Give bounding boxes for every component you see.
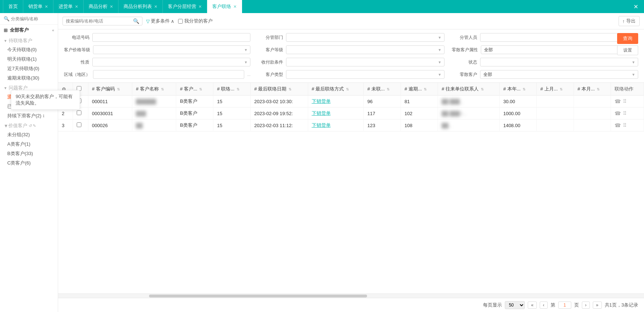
col-last-month[interactable]: # 上月... ⇅ bbox=[536, 83, 573, 96]
settings-icon[interactable]: ✎ bbox=[33, 123, 36, 128]
region-input[interactable] bbox=[93, 70, 244, 79]
scrollbar-thumb[interactable] bbox=[149, 295, 367, 297]
action-contact-icon[interactable]: ☎ bbox=[615, 122, 621, 128]
nav-customer-contact-close[interactable]: ✕ bbox=[233, 4, 237, 9]
page-size-label: 每页显示 bbox=[483, 302, 502, 308]
col-type[interactable]: # 客户... ⇅ bbox=[176, 83, 213, 96]
edit-icon[interactable]: ↺ bbox=[29, 123, 32, 128]
row-last-month bbox=[536, 119, 573, 131]
sidebar-search-input[interactable] bbox=[11, 16, 54, 21]
col-code[interactable]: # 客户编码 ⇅ bbox=[88, 83, 132, 96]
row-last-method[interactable]: 下销货单 bbox=[308, 96, 363, 108]
sidebar-item-today[interactable]: 今天待联络(0) bbox=[0, 45, 58, 54]
nav-customer-tier[interactable]: 客户分层经营 ✕ bbox=[163, 0, 207, 13]
action-more-icon[interactable]: ⠿ bbox=[623, 110, 627, 116]
col-current-year[interactable]: # 本年... ⇅ bbox=[499, 83, 536, 96]
dept-select[interactable] bbox=[286, 33, 444, 42]
sidebar-item-c-class[interactable]: C类客户(6) bbox=[0, 158, 58, 168]
col-name[interactable]: # 客户名称 ⇅ bbox=[132, 83, 176, 96]
col-overdue[interactable]: # 逾期... ⇅ bbox=[401, 83, 438, 96]
sidebar-item-declining[interactable]: 持续下滑客户(2) ℹ bbox=[0, 111, 58, 121]
nature-select[interactable] bbox=[92, 58, 250, 66]
row-type: B类客户 bbox=[176, 119, 213, 131]
more-filter-btn[interactable]: ▽ 更多条件 ∧ bbox=[146, 18, 174, 24]
zero-customer-wrap: 全部 ▼ bbox=[480, 70, 638, 79]
action-contact-icon[interactable]: ☎ bbox=[615, 110, 621, 116]
last-page-btn[interactable]: » bbox=[593, 301, 602, 309]
sidebar-group-pending[interactable]: ▼ 待联络客户 bbox=[0, 36, 58, 45]
export-btn[interactable]: ↑ 导出 bbox=[619, 16, 640, 26]
col-contact-person[interactable]: # 往来单位联系人 ⇅ bbox=[438, 83, 499, 96]
prev-page-btn[interactable]: ‹ bbox=[540, 301, 548, 309]
nav-customer-tier-close[interactable]: ✕ bbox=[198, 4, 202, 9]
filter-price-level: 客户价格等级 ▼ bbox=[64, 45, 250, 54]
sidebar-group-value[interactable]: ▼ 价值客户 ↺ ✎ bbox=[0, 121, 58, 130]
nav-purchase[interactable]: 进货单 ✕ bbox=[53, 0, 84, 13]
phone-input[interactable] bbox=[92, 33, 250, 42]
row-no-contact: 123 bbox=[363, 119, 401, 131]
row-checkbox[interactable] bbox=[73, 119, 88, 131]
page-input[interactable] bbox=[558, 301, 571, 309]
content-area: 🔍 ▽ 更多条件 ∧ 我分管的客户 ↑ 导出 电话号码 bbox=[58, 13, 644, 312]
row-seq: 3 bbox=[58, 119, 73, 131]
sidebar-all-customers[interactable]: ⊞ 全部客户 « bbox=[0, 25, 58, 36]
query-button[interactable]: 查询 bbox=[617, 33, 638, 44]
info-icon-3: ℹ bbox=[43, 114, 44, 118]
filter-customer-type: 客户类型 ▼ bbox=[258, 70, 444, 79]
action-more-icon[interactable]: ⠿ bbox=[623, 98, 627, 104]
search-submit-icon[interactable]: 🔍 bbox=[133, 18, 139, 24]
sidebar-item-tomorrow[interactable]: 明天待联络(1) bbox=[0, 54, 58, 64]
collapse-icon: « bbox=[52, 28, 54, 32]
first-page-btn[interactable]: « bbox=[528, 301, 537, 309]
my-customers-checkbox[interactable]: 我分管的客户 bbox=[178, 18, 213, 24]
sidebar-item-b-class[interactable]: B类客户(33) bbox=[0, 149, 58, 158]
col-contact[interactable]: # 联络... ⇅ bbox=[213, 83, 250, 96]
row-last-month bbox=[536, 108, 573, 119]
customer-level-select[interactable] bbox=[286, 45, 444, 54]
settings-button[interactable]: 设置 bbox=[617, 45, 638, 55]
page-label: 第 bbox=[551, 302, 555, 308]
horizontal-scrollbar[interactable] bbox=[58, 293, 644, 298]
nav-product-list[interactable]: 商品分析列表 ✕ bbox=[118, 0, 163, 13]
window-close-btn[interactable]: ✕ bbox=[631, 3, 641, 10]
action-more-icon[interactable]: ⠿ bbox=[623, 122, 627, 128]
page-size-select[interactable]: 50 100 bbox=[505, 301, 525, 309]
status-wrap: ▼ bbox=[480, 58, 638, 66]
next-page-btn[interactable]: › bbox=[582, 301, 590, 309]
nav-product-analysis[interactable]: 商品分析 ✕ bbox=[84, 0, 118, 13]
row-current-year: 30.00 bbox=[499, 96, 536, 108]
action-contact-icon[interactable]: ☎ bbox=[615, 98, 621, 104]
row-last-method[interactable]: 下销货单 bbox=[308, 119, 363, 131]
customer-type-select[interactable] bbox=[286, 70, 444, 79]
total-pages-label: 页 bbox=[574, 302, 579, 308]
row-contact: 15 bbox=[213, 108, 250, 119]
region-more-btn[interactable]: ... bbox=[247, 72, 250, 77]
row-code: 000026 bbox=[88, 119, 132, 131]
nav-product-close[interactable]: ✕ bbox=[110, 4, 113, 9]
my-customers-check[interactable] bbox=[178, 19, 183, 24]
zero-attr-select[interactable]: 全部 bbox=[481, 45, 638, 54]
col-current-month[interactable]: # 本月... ⇅ bbox=[574, 83, 611, 96]
row-name: ██████ bbox=[132, 96, 176, 108]
status-select[interactable] bbox=[480, 58, 638, 66]
row-last-method[interactable]: 下销货单 bbox=[308, 108, 363, 119]
filter-grid: 电话号码 分管部门 ▼ 分管人员 ... 客户价格等级 bbox=[64, 33, 638, 79]
sidebar-item-7days[interactable]: 近7天待联络(0) bbox=[0, 64, 58, 73]
col-last-method[interactable]: # 最后联络方式 ⇅ bbox=[308, 83, 363, 96]
col-last-date[interactable]: # 最后联络日期 ⇅ bbox=[250, 83, 308, 96]
nav-customer-contact[interactable]: 客户联络 ✕ bbox=[207, 0, 242, 13]
nav-product-list-close[interactable]: ✕ bbox=[154, 4, 157, 9]
sidebar-item-ungrouped[interactable]: 未分组(32) bbox=[0, 130, 58, 139]
zero-customer-select[interactable]: 全部 bbox=[480, 70, 638, 79]
price-level-select[interactable] bbox=[93, 45, 250, 54]
sidebar-item-a-class[interactable]: A类客户(1) bbox=[0, 139, 58, 149]
person-input[interactable] bbox=[480, 33, 632, 42]
nav-sales[interactable]: 销货单 ✕ bbox=[23, 0, 53, 13]
nav-home[interactable]: 首页 bbox=[3, 0, 23, 13]
nav-purchase-close[interactable]: ✕ bbox=[75, 4, 78, 9]
nav-sales-close[interactable]: ✕ bbox=[45, 4, 48, 9]
sidebar-item-overdue[interactable]: 逾期未联络(30) bbox=[0, 73, 58, 83]
col-no-contact[interactable]: # 未联... ⇅ bbox=[363, 83, 401, 96]
search-input[interactable] bbox=[66, 19, 132, 24]
payment-select[interactable] bbox=[286, 58, 444, 66]
